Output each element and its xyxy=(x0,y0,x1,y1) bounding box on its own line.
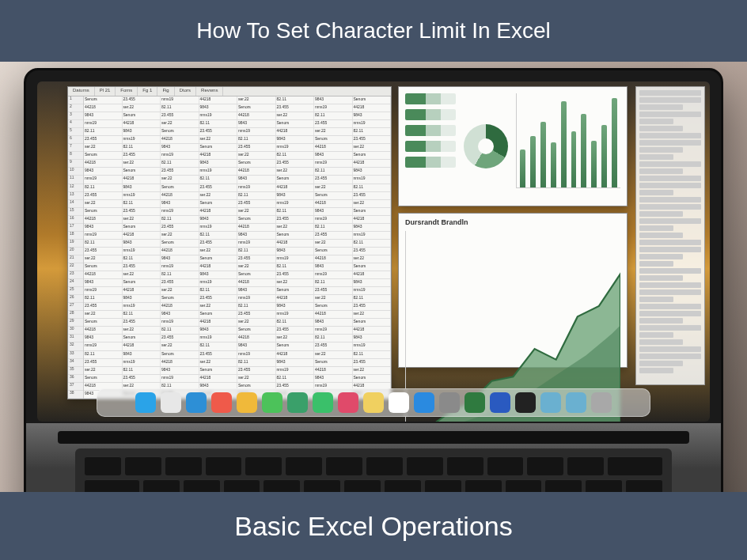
bar xyxy=(530,136,536,187)
word-icon xyxy=(490,392,510,413)
bar xyxy=(591,141,597,188)
bar xyxy=(571,131,577,187)
top-banner: How To Set Character Limit In Excel xyxy=(0,0,747,62)
ribbon-tab: Fig xyxy=(157,87,174,96)
chart-window-top xyxy=(398,86,628,206)
cell-grid: Senors23.455nms1944218ser.2282.119843Sen… xyxy=(84,96,391,399)
spreadsheet-window: DatumsPl 21FomsFg 1FigDtorsRevwns 123456… xyxy=(67,86,392,399)
bar xyxy=(581,114,586,187)
spreadsheet-ribbon-tabs: DatumsPl 21FomsFg 1FigDtorsRevwns xyxy=(68,87,391,96)
macos-dock xyxy=(97,388,650,417)
top-title: How To Set Character Limit In Excel xyxy=(196,18,551,44)
terminal-icon xyxy=(515,392,536,413)
bar xyxy=(551,142,556,187)
bottom-banner: Basic Excel Operations xyxy=(0,492,747,560)
spreadsheet-body: 1234567891011121314151617181920212223242… xyxy=(68,96,391,399)
appstore-icon xyxy=(414,392,434,413)
donut-chart-icon xyxy=(464,124,508,168)
keyboard xyxy=(75,448,672,492)
finder-icon xyxy=(135,392,156,413)
bar xyxy=(601,125,607,187)
bar xyxy=(561,101,567,187)
ribbon-tab: Dtors xyxy=(175,87,196,96)
ribbon-tab: Foms xyxy=(116,87,138,96)
facetime-icon xyxy=(313,392,333,413)
row-numbers: 1234567891011121314151617181920212223242… xyxy=(68,96,84,399)
mail-icon xyxy=(186,392,207,413)
reminders-icon xyxy=(389,392,409,413)
ribbon-tab: Datums xyxy=(68,87,95,96)
side-data-panel xyxy=(635,86,705,385)
bottom-title: Basic Excel Operations xyxy=(234,511,513,542)
excel-icon xyxy=(465,392,485,413)
photos-icon xyxy=(237,392,257,413)
ribbon-tab: Revwns xyxy=(196,87,223,96)
calendar-icon xyxy=(211,392,232,413)
messages-icon xyxy=(262,392,282,413)
bar xyxy=(520,149,525,187)
settings-icon xyxy=(439,392,460,413)
chart-bottom-title: Dursrandt Brandln xyxy=(405,218,620,226)
bar-chart xyxy=(516,93,620,188)
trash-icon xyxy=(591,392,612,413)
music-icon xyxy=(338,392,358,413)
hero-scene: DatumsPl 21FomsFg 1FigDtorsRevwns 123456… xyxy=(0,62,747,492)
maps-icon xyxy=(287,392,308,413)
safari-icon xyxy=(161,392,181,413)
ribbon-tab: Pl 21 xyxy=(95,87,116,96)
mini-bar-rows xyxy=(405,93,456,199)
folder2-icon xyxy=(566,392,586,413)
bar xyxy=(540,122,546,187)
notes-icon xyxy=(363,392,384,413)
touchbar xyxy=(58,431,689,444)
laptop-frame: DatumsPl 21FomsFg 1FigDtorsRevwns 123456… xyxy=(24,68,723,492)
laptop-screen: DatumsPl 21FomsFg 1FigDtorsRevwns 123456… xyxy=(37,81,710,422)
chart-window-bottom: Dursrandt Brandln xyxy=(398,213,628,368)
folder1-icon xyxy=(540,392,561,413)
ribbon-tab: Fg 1 xyxy=(138,87,157,96)
bar xyxy=(612,98,617,187)
laptop-deck xyxy=(26,423,721,492)
